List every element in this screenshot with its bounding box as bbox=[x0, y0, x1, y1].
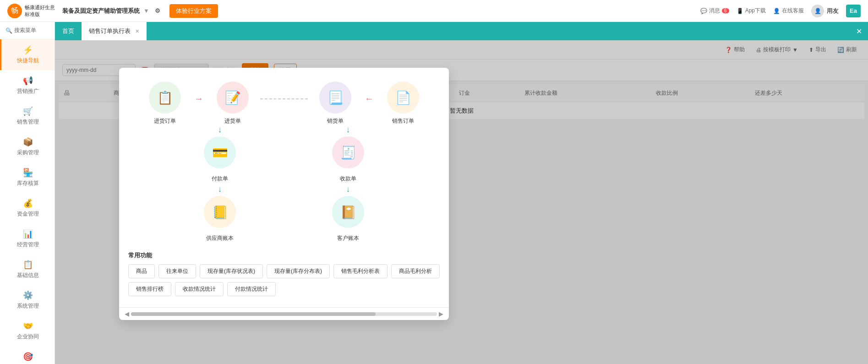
purchase-order-node: 📋 进货订单 bbox=[137, 81, 192, 125]
system-icon: ⚙️ bbox=[23, 290, 33, 300]
func-stock-status[interactable]: 现存量(库存状况表) bbox=[200, 264, 263, 278]
sidebar-item-inventory[interactable]: 🏪 库存核算 bbox=[0, 162, 55, 193]
marketing-icon: 📢 bbox=[23, 76, 33, 86]
scroll-bar[interactable] bbox=[131, 312, 437, 316]
sales-order-label: 销售订单 bbox=[392, 117, 414, 125]
sidebar: 🔍 搜索菜单 ⚡ 快捷导航 📢 营销推广 🛒 销售管理 📦 采购管理 🏪 库存核… bbox=[0, 22, 55, 364]
sales-order-node: 📄 销售订单 bbox=[376, 81, 431, 125]
sidebar-item-marketing[interactable]: 📢 营销推广 bbox=[0, 70, 55, 101]
basic-info-icon: 📋 bbox=[23, 260, 33, 270]
purchase-bill-label: 进货单 bbox=[224, 117, 241, 125]
func-buttons-row2: 销售排行榜 收款情况统计 付款情况统计 bbox=[128, 282, 440, 296]
search-icon: 🔍 bbox=[5, 27, 12, 34]
purchase-order-circle: 📋 bbox=[149, 81, 181, 114]
sidebar-item-sales[interactable]: 🛒 销售管理 bbox=[0, 101, 55, 131]
modal-overlay: 📋 进货订单 → 📝 进货单 bbox=[55, 40, 868, 364]
enterprise-icon: 🤝 bbox=[23, 321, 33, 331]
func-goods-profit[interactable]: 商品毛利分析 bbox=[391, 264, 440, 278]
scroll-thumb bbox=[131, 312, 376, 316]
sidebar-item-purchase[interactable]: 📦 采购管理 bbox=[0, 131, 55, 162]
payment-bill-circle: 💳 bbox=[204, 136, 236, 168]
message-icon: 💬 bbox=[700, 8, 707, 14]
purchase-icon: 📦 bbox=[23, 137, 33, 147]
page-content: ❓ 帮助 🖨 按模板打印 ▼ ⬆ 导出 🔄 刷新 bbox=[55, 40, 868, 364]
tab-bar-close-button[interactable]: ✕ bbox=[850, 22, 868, 40]
customer-ledger-label: 客户账本 bbox=[337, 234, 359, 242]
sidebar-search[interactable]: 🔍 搜索菜单 bbox=[0, 22, 55, 39]
customer-ledger-circle: 📔 bbox=[332, 196, 364, 228]
sidebar-item-enterprise[interactable]: 🤝 企业协同 bbox=[0, 315, 55, 346]
message-item[interactable]: 💬 消息 6 bbox=[700, 7, 729, 15]
scroll-left-arrow[interactable]: ◀ bbox=[125, 310, 129, 317]
payment-bill-label: 付款单 bbox=[212, 175, 228, 183]
purchase-order-label: 进货订单 bbox=[154, 117, 176, 125]
func-stock-dist[interactable]: 现存量(库存分布表) bbox=[267, 264, 330, 278]
finance-icon: 💰 bbox=[23, 198, 33, 208]
logo-icon: 畅 bbox=[7, 4, 22, 18]
func-payment-stats[interactable]: 付款情况统计 bbox=[227, 282, 276, 296]
online-service-icon: 👤 bbox=[773, 8, 780, 14]
newbie-icon: 🎯 bbox=[23, 352, 33, 362]
purchase-bill-node: 📝 进货单 bbox=[205, 81, 260, 125]
tab-sales-order[interactable]: 销售订单执行表 ✕ bbox=[82, 22, 147, 40]
system-settings-icon[interactable]: ⚙ bbox=[155, 7, 160, 14]
sidebar-item-finance[interactable]: 💰 资金管理 bbox=[0, 193, 55, 223]
header-right: 💬 消息 6 📱 App下载 👤 在线客服 👤 用友 Ea bbox=[700, 5, 861, 17]
operations-icon: 📊 bbox=[23, 229, 33, 239]
sales-icon: 🛒 bbox=[23, 106, 33, 116]
sidebar-item-system[interactable]: ⚙️ 系统管理 bbox=[0, 285, 55, 315]
app-download-item[interactable]: 📱 App下载 bbox=[737, 7, 766, 15]
func-sales-ranking[interactable]: 销售排行榜 bbox=[128, 282, 171, 296]
system-dropdown-icon[interactable]: ▼ bbox=[143, 7, 149, 14]
user-area[interactable]: 👤 用友 bbox=[811, 5, 839, 17]
tab-close-icon[interactable]: ✕ bbox=[135, 28, 139, 34]
sidebar-item-quick-nav[interactable]: ⚡ 快捷导航 bbox=[0, 39, 55, 70]
logo-text: 畅康通好生意 标准版 bbox=[25, 4, 55, 17]
system-title: 装备及固定资产辅助管理系统 ▼ ⚙ 体验行业方案 bbox=[62, 4, 700, 18]
experience-button[interactable]: 体验行业方案 bbox=[169, 4, 218, 18]
sales-bill-label: 销货单 bbox=[327, 117, 344, 125]
sidebar-item-basic-info[interactable]: 📋 基础信息 bbox=[0, 254, 55, 285]
common-functions-title: 常用功能 bbox=[128, 251, 440, 260]
sidebar-item-newbie[interactable]: 🎯 新手引导 bbox=[0, 346, 55, 364]
func-sales-profit[interactable]: 销售毛利分析表 bbox=[333, 264, 388, 278]
sales-bill-node: 📃 销货单 bbox=[308, 81, 363, 125]
tab-bar: 首页 销售订单执行表 ✕ ✕ bbox=[55, 22, 868, 40]
receipt-bill-circle: 🧾 bbox=[332, 136, 364, 168]
sales-bill-circle: 📃 bbox=[319, 81, 351, 114]
scroll-area: ◀ ▶ bbox=[119, 307, 449, 320]
main-layout: 🔍 搜索菜单 ⚡ 快捷导航 📢 营销推广 🛒 销售管理 📦 采购管理 🏪 库存核… bbox=[0, 22, 868, 364]
message-badge: 6 bbox=[722, 8, 729, 13]
func-buttons-row1: 商品 往来单位 现存量(库存状况表) 现存量(库存分布表) 销售毛利分析表 商品… bbox=[128, 264, 440, 278]
logo-area: 畅 畅康通好生意 标准版 bbox=[7, 4, 62, 18]
sidebar-item-operations[interactable]: 📊 经营管理 bbox=[0, 223, 55, 254]
online-service-item[interactable]: 👤 在线客服 bbox=[773, 7, 804, 15]
func-contacts[interactable]: 往来单位 bbox=[158, 264, 196, 278]
common-functions: 常用功能 商品 往来单位 现存量(库存状况表) 现存量(库存分布表) 销售毛利分… bbox=[119, 251, 449, 307]
supplier-ledger-label: 供应商账本 bbox=[206, 234, 234, 242]
workflow-area: 📋 进货订单 → 📝 进货单 bbox=[119, 68, 449, 251]
ea-badge: Ea bbox=[846, 5, 861, 17]
purchase-bill-circle: 📝 bbox=[217, 81, 249, 114]
workflow-modal: 📋 进货订单 → 📝 进货单 bbox=[119, 68, 449, 320]
top-header: 畅 畅康通好生意 标准版 装备及固定资产辅助管理系统 ▼ ⚙ 体验行业方案 💬 … bbox=[0, 0, 868, 22]
inventory-icon: 🏪 bbox=[23, 168, 33, 178]
content-area: 首页 销售订单执行表 ✕ ✕ ❓ 帮助 🖨 按模板打印 bbox=[55, 22, 868, 364]
func-receipt-stats[interactable]: 收款情况统计 bbox=[175, 282, 224, 296]
quick-nav-icon: ⚡ bbox=[23, 45, 33, 55]
receipt-bill-label: 收款单 bbox=[340, 175, 356, 183]
sales-order-circle: 📄 bbox=[387, 81, 419, 114]
app-download-icon: 📱 bbox=[737, 8, 743, 14]
func-goods[interactable]: 商品 bbox=[128, 264, 155, 278]
tab-home[interactable]: 首页 bbox=[55, 22, 82, 40]
supplier-ledger-circle: 📒 bbox=[204, 196, 236, 228]
scroll-right-arrow[interactable]: ▶ bbox=[439, 310, 443, 317]
user-avatar: 👤 bbox=[811, 5, 824, 17]
